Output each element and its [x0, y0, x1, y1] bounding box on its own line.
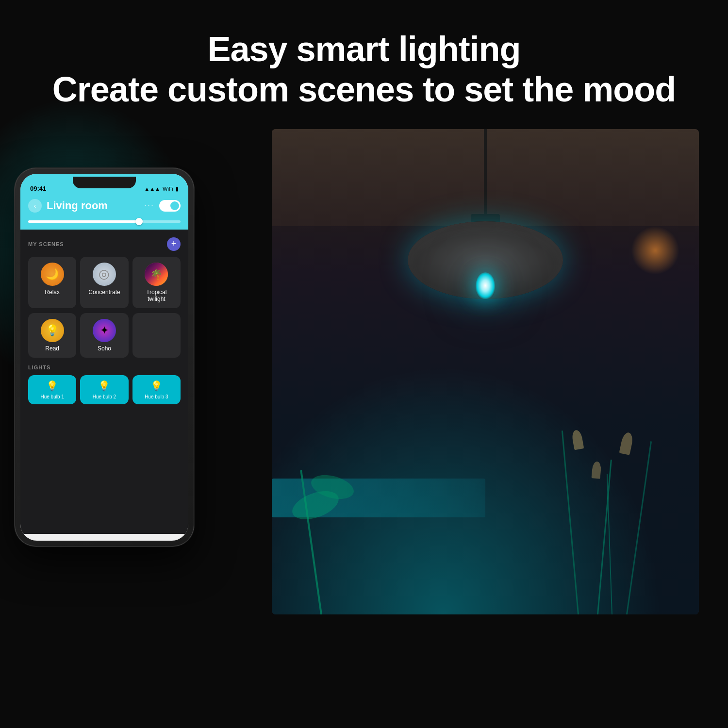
scene-card-read[interactable]: 💡 Read: [28, 313, 76, 358]
room-toggle[interactable]: [159, 200, 181, 212]
light-card-bulb2[interactable]: 💡 Hue bulb 2: [80, 375, 128, 404]
scene-card-tropical[interactable]: 🌴 Tropicaltwilight: [132, 257, 181, 308]
plant-left: [281, 445, 379, 614]
light-card-bulb3[interactable]: 💡 Hue bulb 3: [132, 375, 181, 404]
wifi-icon: WiFi: [163, 186, 173, 192]
page-title: Easy smart lighting Create custom scenes…: [10, 29, 718, 110]
scenes-grid-row1: 🌙 Relax ◎ Concentrate: [28, 257, 181, 308]
more-options-button[interactable]: ···: [144, 200, 154, 211]
bulb2-icon: 💡: [98, 380, 110, 392]
relax-icon: 🌙: [41, 263, 64, 286]
lights-section-label: LIGHTS: [28, 364, 181, 370]
scenes-grid-row2: 💡 Read ✦ Soho: [28, 313, 181, 358]
bulb2-label: Hue bulb 2: [93, 394, 116, 399]
room-name-label: Living room: [47, 199, 108, 212]
concentrate-icon-symbol: ◎: [99, 266, 110, 281]
app-body: MY SCENES + 🌙 Relax: [20, 230, 188, 534]
app-header-left: ‹ Living room: [28, 199, 108, 213]
plant-head-2: [592, 461, 602, 479]
soho-label: Soho: [98, 345, 111, 352]
toggle-knob: [170, 201, 179, 210]
plant-stem-1: [562, 430, 579, 614]
signal-icon: ▲▲▲: [144, 186, 160, 192]
bulb3-label: Hue bulb 3: [145, 394, 168, 399]
tropical-label: Tropicaltwilight: [146, 289, 166, 302]
back-button[interactable]: ‹: [28, 199, 42, 213]
scene-card-partial: [132, 313, 181, 358]
read-icon: 💡: [41, 319, 64, 342]
tropical-palm-symbol: 🌴: [150, 268, 163, 280]
warm-light: [631, 226, 679, 275]
read-label: Read: [45, 345, 59, 352]
brightness-row: [20, 220, 188, 230]
scene-card-concentrate[interactable]: ◎ Concentrate: [80, 257, 128, 308]
header-right: ···: [144, 200, 181, 212]
app-header: ‹ Living room ···: [20, 195, 188, 220]
phone-container: 09:41 ▲▲▲ WiFi ▮ ‹ Living room ···: [15, 168, 194, 546]
room-image: [272, 129, 699, 614]
concentrate-label: Concentrate: [88, 289, 120, 296]
soho-icon: ✦: [93, 319, 116, 342]
lights-grid: 💡 Hue bulb 1 💡 Hue bulb 2 💡 Hue bulb 3: [28, 375, 181, 404]
bulb3-icon: 💡: [150, 380, 163, 392]
soho-icon-symbol: ✦: [100, 324, 109, 337]
scene-card-relax[interactable]: 🌙 Relax: [28, 257, 76, 308]
pendant-cord: [484, 129, 487, 216]
relax-icon-symbol: 🌙: [46, 268, 59, 281]
relax-label: Relax: [45, 289, 60, 296]
title-line2: Create custom scenes to set the mood: [52, 70, 676, 109]
add-scene-button[interactable]: +: [167, 237, 181, 251]
brightness-knob: [135, 218, 143, 225]
add-icon: +: [171, 239, 177, 249]
plant-head-3: [619, 431, 634, 455]
title-line1: Easy smart lighting: [207, 30, 520, 68]
main-content: 09:41 ▲▲▲ WiFi ▮ ‹ Living room ···: [0, 129, 728, 728]
concentrate-icon: ◎: [93, 263, 116, 286]
scenes-section-header: MY SCENES +: [28, 237, 181, 251]
scene-card-soho[interactable]: ✦ Soho: [80, 313, 128, 358]
plant-stem-4: [626, 441, 652, 614]
page-header: Easy smart lighting Create custom scenes…: [0, 0, 728, 129]
phone-outer: 09:41 ▲▲▲ WiFi ▮ ‹ Living room ···: [15, 168, 194, 546]
read-icon-symbol: 💡: [46, 324, 59, 337]
brightness-fill: [28, 220, 143, 223]
phone-notch: [73, 177, 136, 188]
plant-stem-3: [607, 474, 612, 614]
light-card-bulb1[interactable]: 💡 Hue bulb 1: [28, 375, 76, 404]
tropical-icon: 🌴: [145, 263, 168, 286]
bulb1-label: Hue bulb 1: [40, 394, 64, 399]
plants: [548, 396, 684, 614]
phone-screen: 09:41 ▲▲▲ WiFi ▮ ‹ Living room ···: [20, 174, 188, 541]
status-icons: ▲▲▲ WiFi ▮: [144, 186, 179, 192]
battery-icon: ▮: [176, 186, 179, 192]
plant-head-1: [571, 429, 584, 450]
brightness-slider[interactable]: [28, 220, 181, 223]
bulb1-icon: 💡: [46, 380, 58, 392]
pendant-bulb: [476, 272, 495, 299]
status-time: 09:41: [30, 185, 46, 192]
scenes-section-label: MY SCENES: [28, 241, 64, 247]
